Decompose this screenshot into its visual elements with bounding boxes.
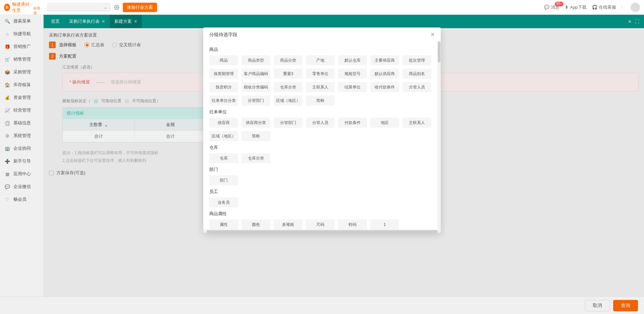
gear-icon[interactable] [114,5,119,10]
field-chip[interactable]: 商品 [209,55,238,65]
messages-badge: 99+ [555,2,564,6]
field-group-title: 员工 [209,189,431,195]
avatar[interactable] [631,3,640,12]
field-chip[interactable]: 商品类型 [241,55,270,65]
field-group-chips: 商品商品类型商品分类产地默认仓库主要供应商批次管理保质期管理客户商品编码重量3零… [209,55,431,106]
field-chip[interactable]: 税收分类编码 [241,82,270,92]
field-chip[interactable]: 多规格 [274,219,303,230]
field-group-chips: 供应商供应商分类分管部门分管人员付款条件地区主联系人区域（地区）简称 [209,118,431,141]
field-group-title: 商品属性 [209,211,431,217]
field-chip[interactable]: 往来单位分类 [209,96,238,106]
field-chip[interactable]: 收付款条件 [370,82,399,92]
field-group-title: 仓库 [209,144,431,150]
scrollbar-thumb[interactable] [207,230,437,233]
chevron-down-icon: ⌄ [104,5,107,10]
field-chip[interactable]: 分管人员 [306,118,335,128]
field-chip[interactable]: 拣货积分 [209,82,238,92]
vertical-scrollbar-track [437,41,441,229]
field-chip[interactable]: 结算单位 [338,82,367,92]
field-chip[interactable]: 部门 [209,175,238,185]
field-chip[interactable]: 主要供应商 [370,55,399,65]
field-chip[interactable]: 鞋码 [338,219,367,230]
field-chip[interactable]: 简称 [241,131,270,141]
field-group-chips: 属性颜色多规格尺码鞋码1 [209,219,431,230]
modal-mask: 分组待选字段 ✕ 商品商品商品类型商品分类产地默认仓库主要供应商批次管理保质期管… [0,15,644,314]
field-chip[interactable]: 付款条件 [338,118,367,128]
brand-logo-icon: h [4,4,10,11]
field-chip[interactable]: 批次管理 [402,55,431,65]
field-chip[interactable]: 默认仓库 [338,55,367,65]
field-group-chips: 业务员 [209,197,431,207]
field-chip[interactable]: 规格型号 [338,69,367,79]
field-chip[interactable]: 分管部门 [241,96,270,106]
field-chip[interactable]: 仓库分类 [274,82,303,92]
field-chip[interactable]: 保质期管理 [209,69,238,79]
messages-link[interactable]: 💬 消息 99+ [544,4,559,10]
field-chip[interactable]: 仓库 [209,153,238,163]
modal-title: 分组待选字段 [209,32,237,38]
field-chip[interactable]: 主联系人 [306,82,335,92]
modal-body: 商品商品商品类型商品分类产地默认仓库主要供应商批次管理保质期管理客户商品编码重量… [203,42,441,230]
field-chip[interactable]: 地区 [370,118,399,128]
field-chip[interactable]: 重量3 [274,69,303,79]
field-chip[interactable]: 尺码 [306,219,335,230]
field-chip[interactable]: 产地 [306,55,335,65]
field-chip[interactable]: 仓库分类 [241,153,270,163]
field-group-title: 往来单位 [209,109,431,115]
org-selector[interactable]: ⌄ [47,3,111,12]
topbar-right: 💬 消息 99+ ⬇ App下载 🎧 在线客服 | [544,3,640,12]
modal-header: 分组待选字段 ✕ [203,27,441,42]
field-group-chips: 仓库仓库分类 [209,153,431,163]
brand-edition: 标准版 [34,6,42,15]
field-chip[interactable]: 区域（地区） [274,96,303,106]
field-group-title: 部门 [209,167,431,173]
field-chip[interactable]: 客户商品编码 [241,69,270,79]
field-selector-modal: 分组待选字段 ✕ 商品商品商品类型商品分类产地默认仓库主要供应商批次管理保质期管… [203,27,441,233]
brand-name: 畅捷通好生意 [12,1,34,13]
field-group-title: 商品 [209,47,431,53]
field-chip[interactable]: 商品分类 [274,55,303,65]
field-chip[interactable]: 供应商分类 [241,118,270,128]
app-download-link[interactable]: ⬇ App下载 [565,4,586,10]
field-chip[interactable]: 商品别名 [402,69,431,79]
svg-point-0 [116,7,117,8]
field-chip[interactable]: 颜色 [241,219,270,230]
horizontal-scrollbar[interactable] [203,230,441,233]
field-chip[interactable]: 属性 [209,219,238,230]
field-chip[interactable]: 简称 [306,96,335,106]
field-chip[interactable]: 分管部门 [274,118,303,128]
online-service-label: 在线客服 [599,4,616,10]
trial-plan-button[interactable]: 体验行业方案 [123,3,157,12]
field-chip[interactable]: 分管人员 [402,82,431,92]
field-group-chips: 部门 [209,175,431,185]
download-icon: ⬇ [565,5,569,10]
app-download-label: App下载 [570,4,586,10]
online-service-link[interactable]: 🎧 在线客服 [592,4,616,10]
field-chip[interactable]: 1 [370,219,399,230]
field-chip[interactable]: 默认供应商 [370,69,399,79]
field-chip[interactable]: 业务员 [209,197,238,207]
divider: | [622,5,623,10]
vertical-scrollbar-thumb[interactable] [438,42,440,62]
headset-icon: 🎧 [592,5,597,10]
brand-area: h 畅捷通好生意 标准版 [4,1,44,13]
field-chip[interactable]: 主联系人 [402,118,431,128]
topbar: h 畅捷通好生意 标准版 ⌄ 体验行业方案 💬 消息 99+ ⬇ App下载 🎧… [0,0,644,15]
field-chip[interactable]: 区域（地区） [209,131,238,141]
field-chip[interactable]: 零售单位 [306,69,335,79]
bell-icon: 💬 [544,5,549,10]
close-icon[interactable]: ✕ [430,32,435,38]
field-chip[interactable]: 供应商 [209,118,238,128]
